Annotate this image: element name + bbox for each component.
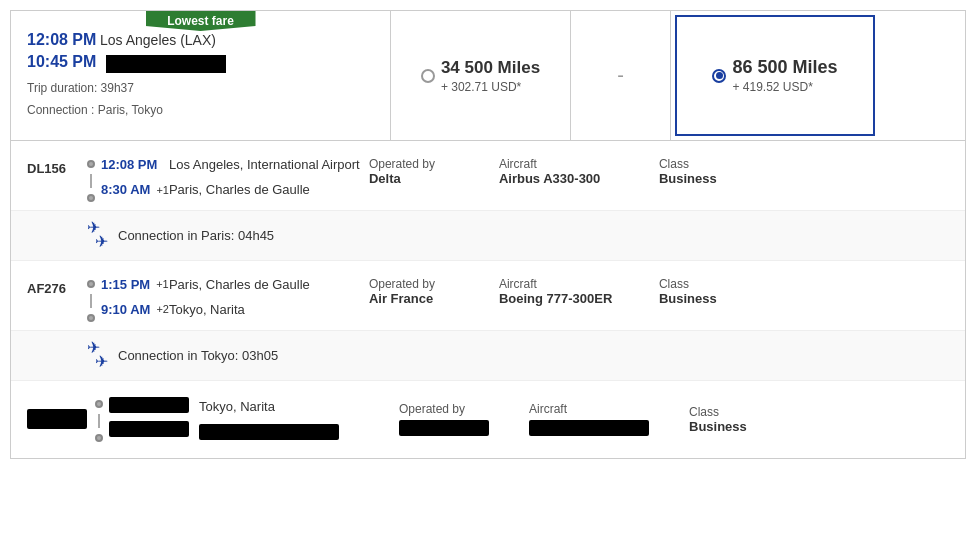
operator-2: Air France (369, 291, 499, 306)
arr-offset-1: +1 (156, 184, 169, 196)
fare-option-2-miles: 86 500 Miles (732, 57, 837, 78)
fare-option-2-radio-row: 86 500 Miles + 419.52 USD* (712, 57, 837, 94)
last-dep-time-redacted (109, 397, 189, 413)
last-arr-airport: Tokyo, Narita (199, 399, 399, 414)
connection-text-1: Connection in Paris: 04h45 (118, 228, 274, 243)
arr-airport-1: Paris, Charles de Gaulle (169, 182, 369, 197)
airports-2: Paris, Charles de Gaulle Tokyo, Narita (169, 277, 369, 317)
last-aircraft-label: Aircraft (529, 402, 567, 416)
last-class: Class Business (689, 405, 789, 434)
segment-row-last: Tokyo, Narita Operated by Aircraft Class… (11, 381, 965, 458)
connection-row-1: ✈ ✈ Connection in Paris: 04h45 (11, 211, 965, 261)
connection-info: Connection : Paris, Tokyo (27, 103, 374, 117)
flight-code-dl156: DL156 (27, 157, 87, 176)
segment-row-af276: AF276 1:15 PM +1 9:10 AM +2 (11, 261, 965, 331)
dep-airport-2: Paris, Charles de Gaulle (169, 277, 369, 292)
header-row: Lowest fare 12:08 PM Los Angeles (LAX) 1… (11, 11, 965, 141)
flight-card: Lowest fare 12:08 PM Los Angeles (LAX) 1… (10, 10, 966, 459)
dep-airport-1: Los Angeles, International Airport (169, 157, 369, 172)
dot-col-3 (95, 397, 103, 442)
flight-summary: Lowest fare 12:08 PM Los Angeles (LAX) 1… (11, 11, 391, 140)
flight-code-af276: AF276 (27, 277, 87, 296)
last-times-col (109, 397, 199, 437)
fare-option-2-radio[interactable] (712, 69, 726, 83)
class-name-1: Business (659, 171, 759, 186)
dep-time-1: 12:08 PM (101, 157, 157, 172)
airports-1: Los Angeles, International Airport Paris… (169, 157, 369, 197)
arr-time-1: 8:30 AM (101, 182, 150, 197)
class-2: Class Business (659, 277, 759, 306)
fare-option-1-miles: 34 500 Miles (441, 58, 540, 78)
segment-2-times: 1:15 PM +1 9:10 AM +2 (87, 277, 169, 322)
aircraft-label-1: Aircraft (499, 157, 537, 171)
class-name-2: Business (659, 291, 759, 306)
class-1: Class Business (659, 157, 759, 186)
dot-arr-1 (87, 194, 95, 202)
flight-code-redacted (27, 409, 87, 429)
last-aircraft-redacted (529, 420, 649, 436)
operated-label-1: Operated by (369, 157, 435, 171)
arrival-time: 10:45 PM (27, 53, 96, 70)
dot-line-2 (90, 294, 92, 308)
last-operated-by: Operated by (399, 402, 529, 436)
fare-option-1-radio-row: 34 500 Miles + 302.71 USD* (421, 58, 540, 94)
dot-arr-2 (87, 314, 95, 322)
aircraft-name-2: Boeing 777-300ER (499, 291, 659, 306)
fare-option-2[interactable]: 86 500 Miles + 419.52 USD* (675, 15, 875, 136)
connection-text-2: Connection in Tokyo: 03h05 (118, 348, 278, 363)
plane-icon-1: ✈ ✈ (87, 221, 108, 250)
last-arr-time-redacted (109, 421, 189, 437)
last-dep-airport-redacted (199, 424, 339, 440)
segment-row-dl156: DL156 12:08 PM 8:30 AM +1 (11, 141, 965, 211)
class-label-2: Class (659, 277, 689, 291)
operated-label-2: Operated by (369, 277, 435, 291)
dot-arr-3 (95, 434, 103, 442)
arr-airport-2: Tokyo, Narita (169, 302, 369, 317)
departure-line: 12:08 PM Los Angeles (LAX) (27, 31, 374, 49)
operated-by-2: Operated by Air France (369, 277, 499, 306)
dot-line-3 (98, 414, 100, 428)
departure-time: 12:08 PM (27, 31, 96, 48)
fare-option-1[interactable]: 34 500 Miles + 302.71 USD* (391, 11, 571, 140)
dot-line-1 (90, 174, 92, 188)
flight-times-summary: 12:08 PM Los Angeles (LAX) 10:45 PM (27, 31, 374, 73)
last-segment-times (95, 397, 199, 442)
fare-option-1-radio[interactable] (421, 69, 435, 83)
plane-icon-2: ✈ ✈ (87, 341, 108, 370)
connection-row-2: ✈ ✈ Connection in Tokyo: 03h05 (11, 331, 965, 381)
aircraft-label-2: Aircraft (499, 277, 537, 291)
aircraft-2: Aircraft Boeing 777-300ER (499, 277, 659, 306)
lowest-fare-badge: Lowest fare (146, 11, 256, 31)
class-label-1: Class (659, 157, 689, 171)
segment-1-times: 12:08 PM 8:30 AM +1 (87, 157, 169, 202)
dot-dep-3 (95, 400, 103, 408)
last-operator-redacted (399, 420, 489, 436)
dot-dep-1 (87, 160, 95, 168)
dot-col-1 (87, 157, 95, 202)
arrival-line: 10:45 PM (27, 53, 374, 73)
operated-by-1: Operated by Delta (369, 157, 499, 186)
last-aircraft: Aircraft (529, 402, 689, 436)
dot-col-2 (87, 277, 95, 322)
fare-option-1-usd: + 302.71 USD* (441, 80, 540, 94)
dep-time-2: 1:15 PM (101, 277, 150, 292)
arr-time-2: 9:10 AM (101, 302, 150, 317)
departure-city: Los Angeles (LAX) (100, 32, 216, 48)
last-class-name: Business (689, 419, 789, 434)
aircraft-name-1: Airbus A330-300 (499, 171, 659, 186)
dot-dep-2 (87, 280, 95, 288)
trip-duration: Trip duration: 39h37 (27, 81, 374, 95)
arrival-redacted (106, 55, 226, 73)
last-class-label: Class (689, 405, 719, 419)
fare-option-2-usd: + 419.52 USD* (732, 80, 837, 94)
aircraft-1: Aircraft Airbus A330-300 (499, 157, 659, 186)
last-airports: Tokyo, Narita (199, 399, 399, 440)
operator-1: Delta (369, 171, 499, 186)
last-operated-label: Operated by (399, 402, 465, 416)
arr-offset-2: +2 (156, 303, 169, 315)
segments-container: DL156 12:08 PM 8:30 AM +1 (11, 141, 965, 458)
dep-offset-2: +1 (156, 278, 169, 290)
fare-dash: - (571, 11, 671, 140)
